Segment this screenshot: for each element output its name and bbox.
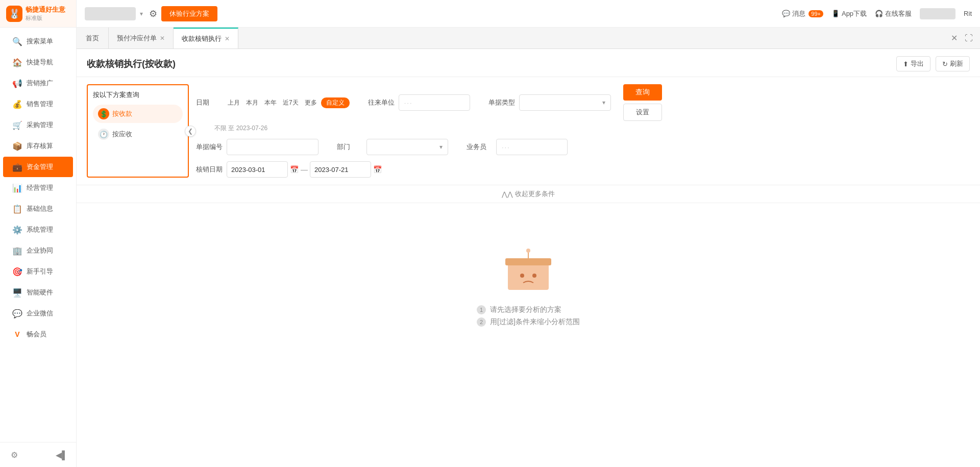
page-title: 收款核销执行(按收款) [87, 58, 176, 70]
verify-date-start-cal-icon[interactable]: 📅 [290, 165, 299, 174]
date-shortcut-last-month[interactable]: 上月 [226, 97, 242, 108]
svg-rect-0 [508, 262, 549, 290]
header-settings-icon[interactable]: ⚙ [149, 8, 157, 19]
user-avatar[interactable] [920, 8, 955, 19]
message-button[interactable]: 💬 消息 99+ [782, 9, 823, 18]
sidebar-label-operations: 经营管理 [27, 183, 53, 192]
refresh-label: 刷新 [950, 59, 963, 68]
marketing-icon: 📢 [12, 78, 22, 88]
filter-option-receipt-label: 按收款 [112, 109, 132, 118]
doc-type-filter-field: 单据类型 ▾ [488, 94, 611, 111]
filter-more-row: ⋀⋀ 收起更多条件 [77, 185, 980, 203]
sidebar-item-operations[interactable]: 📊 经营管理 [3, 178, 73, 198]
sidebar-label-guide: 新手引导 [27, 267, 53, 276]
filter-fields: 日期 上月 本月 本年 近7天 更多 自定义 [196, 84, 970, 178]
svg-point-2 [520, 274, 524, 278]
logo-dropdown-icon[interactable]: ▾ [140, 10, 143, 17]
sidebar-label-sales: 销售管理 [27, 100, 53, 109]
sidebar-item-enterprise[interactable]: 🏢 企业协同 [3, 240, 73, 261]
tab-bar-actions: ✕ ⛶ [949, 31, 980, 45]
export-button[interactable]: ⬆ 导出 [896, 56, 930, 71]
sidebar-label-marketing: 营销推广 [27, 79, 53, 88]
message-label: 消息 [792, 9, 805, 18]
sidebar-item-quick-nav[interactable]: 🏠 快捷导航 [3, 52, 73, 72]
purchase-icon: 🛒 [12, 120, 22, 130]
sidebar-item-marketing[interactable]: 📢 营销推广 [3, 73, 73, 93]
filter-panel: 按以下方案查询 💲 按收款 🕐 按应收 ❮ [87, 84, 189, 178]
tab-bar: 首页 预付冲应付单 ✕ 收款核销执行 ✕ ✕ ⛶ [77, 28, 980, 49]
date-dash: — [301, 165, 308, 174]
sidebar-nav: 🔍 搜索菜单 🏠 快捷导航 📢 营销推广 💰 销售管理 🛒 采购管理 📦 库存核… [0, 28, 76, 442]
page-header-actions: ⬆ 导出 ↻ 刷新 [896, 56, 970, 71]
settings-button[interactable]: ⚙ [7, 448, 21, 462]
top-header: ▾ ⚙ 休验行业方案 💬 消息 99+ 📱 App下载 🎧 在线客服 Rit [77, 0, 980, 28]
date-label: 日期 [196, 98, 222, 107]
sidebar-item-finance[interactable]: 💼 资金管理 [3, 157, 73, 177]
date-shortcut-more[interactable]: 更多 [303, 97, 319, 108]
export-icon: ⬆ [903, 60, 909, 68]
brand-name: 畅捷通好生意 [26, 5, 65, 14]
action-buttons: 查询 设置 [623, 84, 662, 121]
partner-select[interactable]: ··· [399, 94, 470, 111]
sidebar-item-wechat[interactable]: 💬 企业微信 [3, 303, 73, 324]
sidebar-item-inventory[interactable]: 📦 库存核算 [3, 136, 73, 156]
tab-home[interactable]: 首页 [77, 28, 109, 48]
sidebar-item-vip[interactable]: V 畅会员 [3, 324, 73, 345]
doc-type-select[interactable]: ▾ [519, 94, 611, 111]
sidebar-item-guide[interactable]: 🎯 新手引导 [3, 261, 73, 282]
sidebar-item-search[interactable]: 🔍 搜索菜单 [3, 31, 73, 52]
tab-prepay-close-icon[interactable]: ✕ [160, 35, 165, 42]
empty-hints: 1 请先选择要分析的方案 2 用[过滤]条件来缩小分析范围 [477, 305, 580, 327]
verify-date-start-input[interactable] [227, 161, 288, 178]
collapse-more-button[interactable]: ⋀⋀ 收起更多条件 [502, 189, 555, 199]
top-header-right: 💬 消息 99+ 📱 App下载 🎧 在线客服 Rit [782, 8, 972, 19]
empty-state: 1 请先选择要分析的方案 2 用[过滤]条件来缩小分析范围 [77, 203, 980, 367]
date-shortcut-this-month[interactable]: 本月 [244, 97, 260, 108]
sidebar-item-basic-info[interactable]: 📋 基础信息 [3, 199, 73, 219]
sidebar-item-system[interactable]: ⚙️ 系统管理 [3, 219, 73, 240]
company-logo-placeholder [85, 7, 136, 20]
sidebar-item-sales[interactable]: 💰 销售管理 [3, 94, 73, 114]
finance-icon: 💼 [12, 162, 22, 172]
verify-date-end-cal-icon[interactable]: 📅 [373, 165, 382, 174]
filter-settings-button[interactable]: 设置 [623, 104, 662, 121]
tab-prepay-label: 预付冲应付单 [117, 34, 157, 43]
date-shortcut-this-year[interactable]: 本年 [262, 97, 279, 108]
filter-panel-collapse-button[interactable]: ❮ [185, 126, 196, 137]
tab-collection-close-icon[interactable]: ✕ [225, 35, 230, 42]
collapse-sidebar-button[interactable]: ◀▌ [55, 448, 69, 462]
verify-date-end-input[interactable] [310, 161, 371, 178]
sidebar-item-hardware[interactable]: 🖥️ 智能硬件 [3, 282, 73, 303]
dept-select[interactable]: ▾ [366, 139, 448, 155]
page-inner: 收款核销执行(按收款) ⬆ 导出 ↻ 刷新 按以下方案查询 [77, 49, 980, 467]
sidebar-item-purchase[interactable]: 🛒 采购管理 [3, 115, 73, 135]
online-service-button[interactable]: 🎧 在线客服 [875, 9, 912, 18]
refresh-icon: ↻ [942, 60, 948, 68]
date-shortcut-7days[interactable]: 近7天 [281, 97, 301, 108]
page-content: 收款核销执行(按收款) ⬆ 导出 ↻ 刷新 按以下方案查询 [77, 49, 980, 467]
username-label: Rit [964, 10, 972, 17]
filter-option-by-receipt[interactable]: 💲 按收款 [93, 105, 183, 123]
date-filter-field: 日期 上月 本月 本年 近7天 更多 自定义 [196, 97, 350, 108]
vip-icon: V [12, 329, 22, 339]
tab-collection[interactable]: 收款核销执行 ✕ [174, 28, 238, 48]
sidebar-footer: ⚙ ◀▌ [0, 442, 76, 467]
tab-expand-icon[interactable]: ⛶ [963, 32, 975, 45]
logo-text: 畅捷通好生意 标准版 [26, 5, 65, 22]
app-download-button[interactable]: 📱 App下载 [831, 9, 867, 18]
staff-select[interactable]: ··· [496, 139, 568, 155]
logo-icon: 🐰 [6, 6, 22, 22]
solution-button[interactable]: 休验行业方案 [161, 6, 217, 21]
date-shortcut-custom[interactable]: 自定义 [321, 97, 350, 108]
tab-close-all-icon[interactable]: ✕ [949, 31, 960, 45]
refresh-button[interactable]: ↻ 刷新 [936, 56, 970, 71]
sidebar-label-quick-nav: 快捷导航 [27, 58, 53, 67]
staff-filter-field: 业务员 ··· [467, 139, 568, 155]
sidebar-label-hardware: 智能硬件 [27, 288, 53, 297]
hint-text-2: 用[过滤]条件来缩小分析范围 [490, 317, 580, 327]
filter-area: 按以下方案查询 💲 按收款 🕐 按应收 ❮ [77, 77, 980, 185]
tab-prepay[interactable]: 预付冲应付单 ✕ [109, 28, 174, 48]
filter-option-by-receivable[interactable]: 🕐 按应收 [93, 125, 183, 143]
doc-no-input[interactable] [227, 139, 318, 155]
query-button[interactable]: 查询 [623, 84, 662, 101]
